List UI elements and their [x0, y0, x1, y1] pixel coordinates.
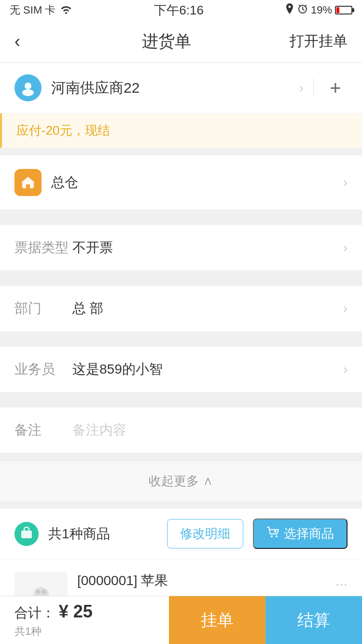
cart-icon — [266, 526, 280, 541]
warehouse-chevron-icon: › — [343, 175, 348, 190]
salesperson-chevron-icon: › — [343, 362, 348, 377]
warehouse-icon-wrap — [14, 169, 42, 196]
spacer5 — [0, 400, 362, 407]
warehouse-card: 总仓 › — [0, 155, 362, 210]
nav-bar: ‹ 进货单 打开挂单 — [0, 20, 362, 63]
select-product-label: 选择商品 — [284, 525, 334, 542]
location-icon — [285, 3, 294, 17]
svg-rect-6 — [21, 531, 32, 538]
product-code: [0000001] — [77, 573, 138, 588]
select-product-button[interactable]: 选择商品 — [253, 518, 348, 549]
status-left: 无 SIM 卡 — [10, 3, 73, 17]
product-name: [0000001] 苹果 — [77, 572, 326, 590]
svg-point-10 — [36, 589, 41, 594]
remark-input[interactable]: 备注内容 — [72, 421, 348, 439]
salesperson-value: 这是859的小智 — [72, 360, 338, 378]
pending-button[interactable]: 挂单 — [169, 596, 265, 644]
wifi-icon — [59, 3, 73, 17]
supplier-name: 河南供应商22 — [51, 78, 294, 98]
status-time: 下午6:16 — [154, 2, 204, 19]
svg-point-11 — [42, 589, 46, 594]
department-card: 部门 总 部 › — [0, 286, 362, 331]
status-right: 19% — [285, 3, 352, 17]
invoice-type-row[interactable]: 票据类型 不开票 › — [0, 225, 362, 270]
svg-marker-4 — [21, 177, 35, 182]
svg-point-1 — [25, 83, 31, 89]
product-count-icon-wrap — [14, 522, 39, 546]
spacer2 — [0, 217, 362, 225]
checkout-button[interactable]: 结算 — [265, 596, 362, 644]
product-count-label: 共1种商品 — [48, 525, 157, 543]
svg-point-7 — [271, 535, 273, 537]
svg-rect-5 — [26, 184, 30, 188]
invoice-card: 票据类型 不开票 › — [0, 225, 362, 270]
salesperson-card: 业务员 这是859的小智 › — [0, 347, 362, 392]
bottom-bar: 合计： ¥ 25 共1种 挂单 结算 — [0, 596, 362, 644]
products-header: 共1种商品 修改明细 选择商品 — [0, 509, 362, 559]
product-title: 苹果 — [141, 573, 168, 588]
salesperson-label: 业务员 — [14, 360, 72, 378]
salesperson-row[interactable]: 业务员 这是859的小智 › — [0, 347, 362, 392]
remark-card: 备注 备注内容 — [0, 407, 362, 453]
open-pending-button[interactable]: 打开挂单 — [290, 31, 348, 51]
spacer3 — [0, 278, 362, 286]
supplier-card: 河南供应商22 › + 应付-20元，现结 — [0, 63, 362, 148]
content-area: 河南供应商22 › + 应付-20元，现结 总仓 › 票据类型 不开票 — [0, 63, 362, 644]
divider — [313, 78, 314, 98]
battery-icon — [335, 6, 352, 14]
warning-banner: 应付-20元，现结 — [0, 113, 362, 148]
battery-percentage: 19% — [311, 4, 332, 16]
supplier-row[interactable]: 河南供应商22 › + — [0, 63, 362, 113]
invoice-chevron-icon: › — [343, 240, 348, 255]
page-title: 进货单 — [142, 30, 191, 53]
spacer — [0, 148, 362, 155]
department-row[interactable]: 部门 总 部 › — [0, 286, 362, 331]
remark-label: 备注 — [14, 421, 72, 439]
back-button[interactable]: ‹ — [14, 31, 43, 52]
alarm-icon — [297, 3, 308, 17]
svg-point-2 — [22, 89, 34, 96]
department-chevron-icon: › — [343, 301, 348, 316]
remark-row[interactable]: 备注 备注内容 — [0, 407, 362, 453]
supplier-chevron-icon: › — [299, 80, 304, 96]
invoice-type-value: 不开票 — [72, 238, 338, 257]
edit-detail-button[interactable]: 修改明细 — [167, 519, 243, 548]
department-value: 总 部 — [72, 299, 338, 318]
collapse-more-button[interactable]: 收起更多 ∧ — [0, 461, 362, 501]
svg-point-8 — [276, 535, 278, 537]
total-amount-row: 合计： ¥ 25 — [14, 602, 154, 622]
product-more-button[interactable]: ··· — [335, 575, 348, 592]
status-bar: 无 SIM 卡 下午6:16 19% — [0, 0, 362, 20]
bottom-total: 合计： ¥ 25 共1种 — [0, 596, 169, 644]
carrier-text: 无 SIM 卡 — [10, 3, 56, 17]
spacer6 — [0, 501, 362, 509]
total-amount: ¥ 25 — [59, 602, 93, 621]
invoice-type-label: 票据类型 — [14, 238, 72, 257]
department-label: 部门 — [14, 299, 72, 318]
supplier-avatar — [14, 74, 42, 101]
add-button[interactable]: + — [323, 77, 348, 99]
warehouse-row[interactable]: 总仓 › — [0, 155, 362, 210]
warehouse-name: 总仓 — [51, 173, 338, 192]
total-label: 合计： — [14, 605, 55, 620]
total-count: 共1种 — [14, 624, 154, 639]
spacer4 — [0, 339, 362, 347]
